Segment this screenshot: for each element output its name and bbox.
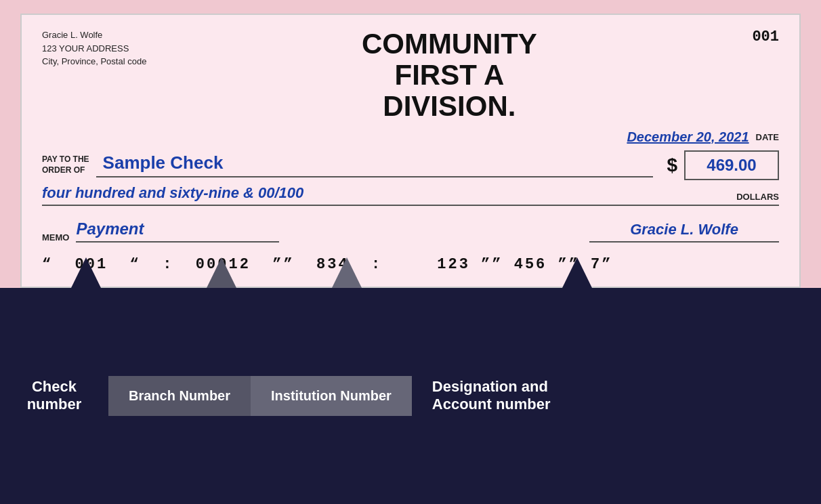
pay-to-line: Sample Check	[96, 152, 654, 177]
check-date-row: December 20, 2021 DATE	[42, 129, 779, 145]
memo-value: Payment	[76, 219, 144, 238]
check-number-top: 001	[752, 28, 779, 45]
amount-words: four hundred and sixty-nine & 00/100	[42, 184, 303, 202]
amount-box: 469.00	[684, 150, 779, 180]
label-row: Check number Branch Number Institution N…	[0, 288, 821, 504]
signature-line: Gracie L. Wolfe	[589, 221, 779, 243]
label-designation: Designation andAccount number	[412, 364, 821, 427]
pay-to-row: PAY TO THEORDER OF Sample Check $ 469.00	[42, 150, 779, 180]
memo-line: Payment	[76, 219, 279, 243]
label-institution-number: Institution Number	[251, 376, 412, 416]
check-paper: Gracie L. Wolfe 123 YOUR ADDRESS City, P…	[20, 14, 801, 288]
memo-row: MEMO Payment Gracie L. Wolfe	[42, 219, 779, 243]
micr-line: “ 001 “ ‬: 00012 ”” 834 ‬: 123 ”” 456 ””…	[42, 256, 779, 273]
dollars-label: DOLLARS	[736, 192, 779, 202]
bank-name: COMMUNITYFIRST ADIVISION.	[160, 28, 738, 123]
pay-to-label: PAY TO THEORDER OF	[42, 154, 89, 175]
dollar-sign: $	[667, 154, 677, 176]
check-address: Gracie L. Wolfe 123 YOUR ADDRESS City, P…	[42, 28, 146, 68]
payee-name: Sample Check	[96, 152, 224, 173]
address-name: Gracie L. Wolfe	[42, 28, 146, 42]
check-date: December 20, 2021	[627, 129, 749, 145]
address-city: City, Province, Postal code	[42, 55, 146, 68]
label-branch-number: Branch Number	[108, 376, 251, 416]
check-header-row: Gracie L. Wolfe 123 YOUR ADDRESS City, P…	[42, 28, 779, 123]
memo-label: MEMO	[42, 232, 69, 243]
signature-value: Gracie L. Wolfe	[630, 221, 738, 238]
check-area: Gracie L. Wolfe 123 YOUR ADDRESS City, P…	[0, 0, 821, 288]
date-label: DATE	[756, 132, 779, 142]
memo-section: MEMO Payment	[42, 219, 279, 243]
amount-words-row: four hundred and sixty-nine & 00/100 DOL…	[42, 184, 779, 206]
address-street: 123 YOUR ADDRESS	[42, 42, 146, 56]
bottom-annotation-area: Check number Branch Number Institution N…	[0, 288, 821, 504]
label-check-number: Check number	[0, 364, 108, 427]
